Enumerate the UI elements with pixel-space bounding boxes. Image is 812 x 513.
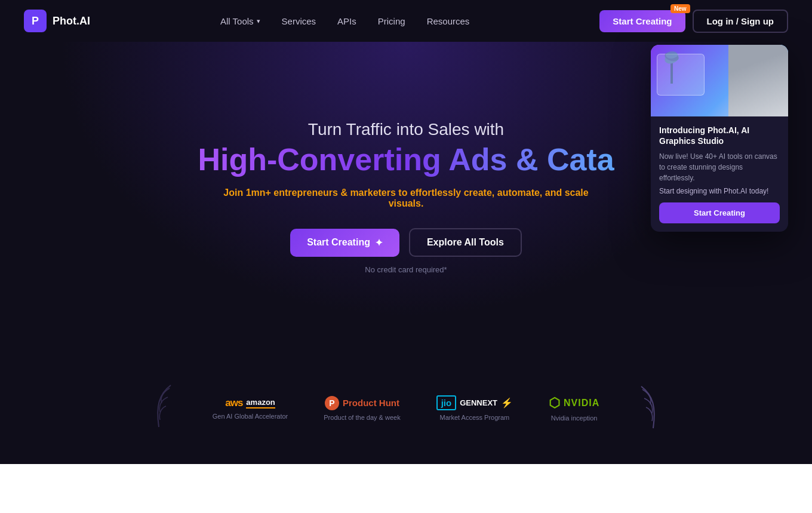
login-button[interactable]: Log in / Sign up (693, 10, 788, 33)
nvidia-label: Nvidia inception (551, 414, 598, 422)
laurel-left (153, 382, 177, 434)
palm-tree-icon (663, 48, 681, 84)
hero-subtitle: Turn Traffic into Sales with (308, 120, 504, 139)
popup-start-creating-button[interactable]: Start Creating (659, 202, 780, 223)
popup-body: Introducing Phot.AI, AI Graphics Studio … (651, 116, 788, 232)
start-creating-button[interactable]: Start Creating New (599, 10, 685, 32)
hero-actions: Start Creating ✦ Explore All Tools (290, 228, 522, 257)
popup-cta-text: Start designing with Phot.AI today! (659, 187, 780, 195)
aws-logo: aws amazon (225, 397, 275, 409)
nav-resources[interactable]: Resources (427, 16, 470, 26)
nav-links: All Tools ▾ Services APIs Pricing Resour… (220, 16, 469, 26)
partners-section: aws amazon Gen AI Global Accelerator P P… (0, 364, 812, 464)
new-badge: New (670, 4, 690, 13)
hero-start-creating-button[interactable]: Start Creating ✦ (290, 229, 399, 257)
nav-services[interactable]: Services (282, 16, 316, 26)
ph-label: Product of the day & week (324, 414, 400, 421)
hero-explore-tools-button[interactable]: Explore All Tools (409, 228, 522, 257)
hero-no-credit-card-text: No credit card required* (365, 265, 447, 274)
popup-desc: Now live! Use 40+ AI tools on canvas to … (659, 151, 780, 183)
partner-producthunt: P Product Hunt Product of the day & week (324, 396, 400, 421)
nav-actions: Start Creating New Log in / Sign up (599, 10, 788, 33)
jio-logo: jio GENNEXT ⚡ (436, 395, 513, 410)
jio-label: Market Access Program (439, 414, 509, 421)
nav-pricing[interactable]: Pricing (378, 16, 405, 26)
laurel-right (635, 383, 659, 434)
logo-text: Phot.AI (53, 15, 90, 27)
popup-img-portrait (728, 45, 788, 116)
nav-all-tools[interactable]: All Tools ▾ (220, 16, 260, 26)
logo[interactable]: P Phot.AI (24, 10, 90, 32)
popup-image (651, 45, 788, 116)
partner-nvidia: ⬡ NVIDIA Nvidia inception (549, 395, 599, 422)
lower-section: Create & Edit Meta Ads| in Seconds Desig… (0, 464, 812, 513)
ph-logo: P Product Hunt (325, 396, 399, 410)
chevron-down-icon: ▾ (257, 17, 260, 25)
nav-apis[interactable]: APIs (337, 16, 356, 26)
partner-jio: jio GENNEXT ⚡ Market Access Program (436, 395, 513, 421)
popup-title: Introducing Phot.AI, AI Graphics Studio (659, 125, 780, 146)
popup-panel: Introducing Phot.AI, AI Graphics Studio … (651, 45, 788, 232)
hero-desc: Join 1mn+ entrepreneurs & marketers to e… (221, 188, 591, 209)
logo-icon: P (24, 10, 47, 32)
nvidia-logo: ⬡ NVIDIA (549, 395, 599, 411)
partner-aws: aws amazon Gen AI Global Accelerator (213, 397, 288, 420)
navbar: P Phot.AI All Tools ▾ Services APIs Pric… (0, 0, 812, 42)
aws-label: Gen AI Global Accelerator (213, 413, 288, 420)
hero-title: High-Converting Ads & Cata (198, 143, 614, 177)
